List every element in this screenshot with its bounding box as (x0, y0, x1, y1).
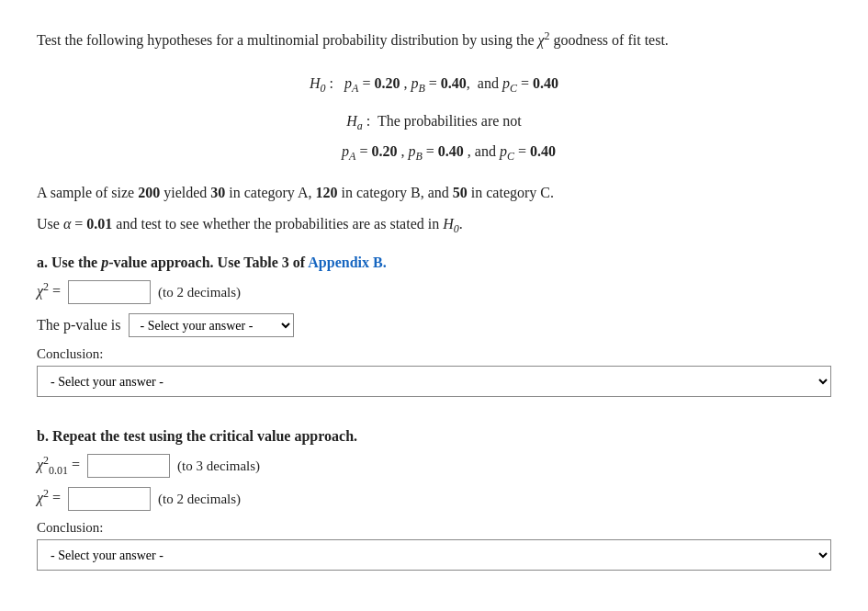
chi-squared-input-b[interactable] (68, 487, 151, 511)
conclusion-dropdown-a[interactable]: - Select your answer - Reject H₀ Do not … (37, 366, 831, 397)
intro-text: Test the following hypotheses for a mult… (37, 28, 831, 52)
p-value-label: The p-value is (37, 317, 121, 334)
chi-critical-input[interactable] (87, 454, 170, 478)
appendix-b-link[interactable]: Appendix B. (308, 255, 386, 270)
chi-squared-hint-b: (to 2 decimals) (158, 492, 241, 507)
part-b: b. Repeat the test using the critical va… (37, 428, 831, 585)
chi-squared-label-a: χ2 = (37, 280, 61, 300)
hypothesis-block: H0 : pA = 0.20 , pB = 0.40, and pC = 0.4… (37, 69, 831, 168)
chi-critical-hint: (to 3 decimals) (177, 458, 260, 474)
part-b-label: b. Repeat the test using the critical va… (37, 428, 831, 445)
sample-line2: Use α = 0.01 and test to see whether the… (37, 211, 831, 239)
chi-squared-row-b: χ2 = (to 2 decimals) (37, 487, 831, 511)
conclusion-label-b: Conclusion: (37, 520, 831, 536)
conclusion-dropdown-b[interactable]: - Select your answer - Reject H₀ Do not … (37, 539, 831, 571)
chi-squared-row-a: χ2 = (to 2 decimals) (37, 280, 831, 304)
chi-critical-row: χ20.01 = (to 3 decimals) (37, 454, 831, 478)
chi-critical-label: χ20.01 = (37, 454, 80, 478)
part-a: a. Use the p-value approach. Use Table 3… (37, 255, 831, 412)
chi-squared-hint-a: (to 2 decimals) (158, 285, 241, 300)
sample-line1: A sample of size 200 yielded 30 in categ… (37, 180, 831, 205)
part-a-label: a. Use the p-value approach. Use Table 3… (37, 255, 831, 271)
conclusion-label-a: Conclusion: (37, 346, 831, 362)
p-value-row: The p-value is - Select your answer - le… (37, 313, 831, 337)
chi-squared-input-a[interactable] (68, 280, 151, 304)
chi-squared-label-b: χ2 = (37, 487, 61, 506)
p-value-dropdown[interactable]: - Select your answer - less than 0.005 b… (129, 313, 294, 337)
